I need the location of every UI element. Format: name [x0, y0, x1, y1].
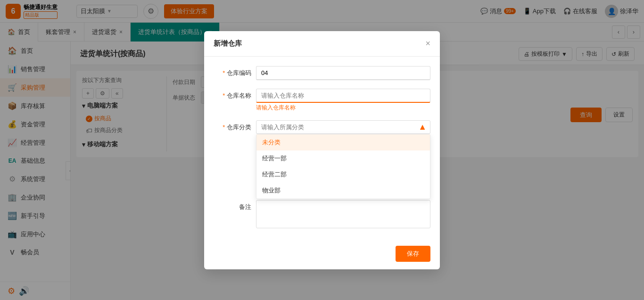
dropdown-item-none[interactable]: 未分类 [256, 134, 430, 150]
warehouse-code-input[interactable] [256, 66, 430, 80]
form-row-remark: 备注 [214, 200, 430, 230]
modal-footer: 保存 [204, 238, 440, 269]
modal-header: 新增仓库 × [204, 31, 440, 57]
name-field-label: 仓库名称 [214, 89, 256, 100]
modal-body: 仓库编码 仓库名称 请输入仓库名称 仓库分类 ▲ [204, 57, 440, 230]
code-field [256, 66, 430, 80]
dropdown-item-property[interactable]: 物业部 [256, 183, 430, 199]
remark-field-label: 备注 [214, 200, 256, 211]
dropdown-item-ops1[interactable]: 经营一部 [256, 150, 430, 167]
warehouse-category-input[interactable] [256, 120, 430, 134]
modal-title: 新增仓库 [214, 39, 242, 48]
modal-save-button[interactable]: 保存 [396, 246, 430, 262]
form-row-code: 仓库编码 [214, 66, 430, 80]
category-field: ▲ 未分类 经营一部 经营二部 物业部 [256, 120, 430, 134]
category-input-wrapper: ▲ [256, 120, 430, 134]
modal-close-button[interactable]: × [425, 39, 430, 49]
warehouse-remark-input[interactable] [256, 200, 430, 228]
category-dropdown: 未分类 经营一部 经营二部 物业部 [256, 134, 430, 199]
modal-overlay: 新增仓库 × 仓库编码 仓库名称 请输入仓库名称 仓库分类 [0, 0, 644, 300]
code-field-label: 仓库编码 [214, 66, 256, 77]
form-row-category: 仓库分类 ▲ 未分类 经营一部 [214, 120, 430, 134]
remark-field [256, 200, 430, 230]
name-error-message: 请输入仓库名称 [256, 104, 430, 112]
category-toggle-icon[interactable]: ▲ [418, 122, 427, 132]
warehouse-name-input[interactable] [256, 89, 430, 103]
dropdown-item-ops2[interactable]: 经营二部 [256, 167, 430, 183]
category-field-label: 仓库分类 [214, 120, 256, 132]
form-row-name: 仓库名称 请输入仓库名称 [214, 89, 430, 112]
new-warehouse-modal: 新增仓库 × 仓库编码 仓库名称 请输入仓库名称 仓库分类 [204, 31, 440, 269]
name-field: 请输入仓库名称 [256, 89, 430, 112]
